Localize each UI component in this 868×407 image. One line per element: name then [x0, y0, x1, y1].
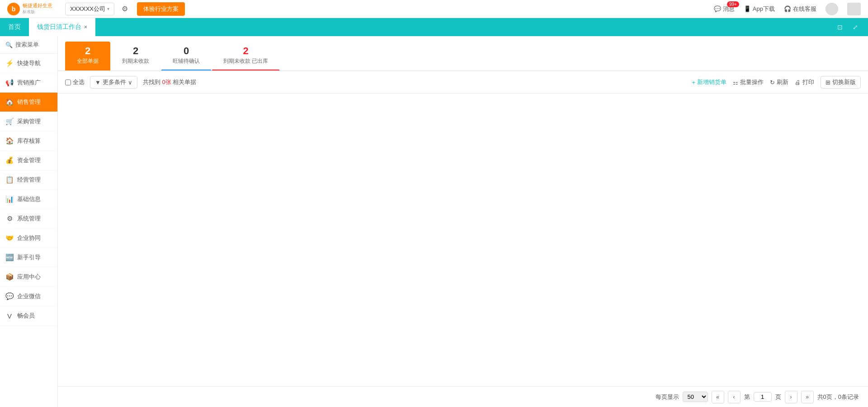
app-center-label: 应用中心 [17, 273, 41, 281]
sidebar-item-enterprise[interactable]: 🤝 企业协同 [0, 229, 57, 248]
online-service-label: 在线客服 [793, 5, 816, 13]
first-page-button[interactable]: « [712, 391, 724, 403]
enterprise-label: 企业协同 [17, 234, 41, 242]
service-icon: 🎧 [784, 5, 791, 12]
stats-tabs: 2 全部单据 2 到期未收款 0 旺辅待确认 2 到期未收款 已出库 [58, 36, 868, 71]
content-area: 2 全部单据 2 到期未收款 0 旺辅待确认 2 到期未收款 已出库 全选 [58, 36, 868, 407]
finance-label: 资金管理 [17, 156, 41, 164]
stat-num-wangdian: 0 [184, 46, 189, 56]
company-selector[interactable]: XXXXXX公司 ▾ [65, 3, 114, 15]
new-guide-label: 新手引导 [17, 253, 41, 262]
member-icon: V [5, 312, 14, 320]
page-label2: 页 [775, 393, 781, 401]
inventory-icon: 🏠 [5, 137, 14, 145]
stat-tab-overdue[interactable]: 2 到期未收款 [110, 42, 161, 70]
sidebar-item-base-info[interactable]: 📊 基础信息 [0, 190, 57, 209]
print-button[interactable]: 🖨 打印 [795, 78, 814, 86]
search-label: 搜索菜单 [15, 41, 39, 49]
filter-chevron-icon: ∨ [128, 79, 132, 86]
purchase-icon: 🛒 [5, 117, 14, 126]
user-name-area[interactable] [847, 3, 861, 15]
sidebar-item-system[interactable]: ⚙ 系统管理 [0, 209, 57, 229]
sidebar-item-app-center[interactable]: 📦 应用中心 [0, 267, 57, 287]
sidebar-item-new-guide[interactable]: 🆕 新手引导 [0, 248, 57, 267]
page-label: 第 [744, 393, 750, 401]
stat-label-shipped: 到期未收款 已出库 [223, 57, 268, 65]
sidebar-item-operations[interactable]: 📋 经营管理 [0, 170, 57, 190]
settings-button[interactable]: ⚙ [118, 2, 132, 16]
app-download-button[interactable]: 📱 App下载 [744, 5, 775, 13]
sidebar-item-inventory[interactable]: 🏠 库存核算 [0, 131, 57, 151]
system-icon: ⚙ [5, 215, 14, 223]
page-size-select[interactable]: 50 10 20 100 [683, 392, 708, 402]
tab-qinghe[interactable]: 钱货日清工作台 × [29, 18, 95, 36]
purchase-label: 采购管理 [17, 117, 41, 126]
operations-label: 经营管理 [17, 176, 41, 184]
sidebar-item-member[interactable]: V 畅会员 [0, 306, 57, 326]
stat-num-all: 2 [85, 46, 90, 56]
sidebar-item-quick-nav[interactable]: ⚡ 快捷导航 [0, 54, 57, 73]
sidebar-item-sales[interactable]: 🏠 销售管理 [0, 93, 57, 112]
filter-button[interactable]: ▼ 更多条件 ∨ [90, 76, 137, 89]
refresh-label: 刷新 [777, 78, 788, 86]
close-tab-icon[interactable]: × [84, 24, 87, 30]
minimize-button[interactable]: ⊡ [835, 22, 845, 33]
next-page-button[interactable]: › [785, 391, 797, 403]
stat-tab-all[interactable]: 2 全部单据 [65, 42, 110, 70]
print-label: 打印 [802, 78, 814, 86]
main-layout: 🔍 搜索菜单 ⚡ 快捷导航 📢 营销推广 🏠 销售管理 🛒 采购管理 🏠 库存核… [0, 36, 868, 407]
nav-tabs: 首页 钱货日清工作台 × ⊡ ⤢ [0, 18, 868, 36]
app-download-label: App下载 [753, 5, 775, 13]
page-size-label: 每页显示 [656, 393, 679, 401]
sidebar-item-finance[interactable]: 💰 资金管理 [0, 151, 57, 170]
toolbar-right: + 新增销货单 ⚏ 批量操作 ↻ 刷新 🖨 打印 ⊞ 切换新版 [692, 76, 861, 89]
add-sales-order-button[interactable]: + 新增销货单 [692, 78, 726, 86]
page-input[interactable] [754, 392, 772, 402]
chevron-down-icon: ▾ [107, 6, 109, 11]
system-label: 系统管理 [17, 215, 41, 223]
message-icon: 💬 [714, 5, 721, 12]
trial-button[interactable]: 体验行业方案 [137, 2, 185, 16]
prev-page-button[interactable]: ‹ [728, 391, 741, 403]
sidebar-search[interactable]: 🔍 搜索菜单 [0, 36, 57, 54]
switch-version-button[interactable]: ⊞ 切换新版 [821, 76, 861, 89]
count-text: 共找到 0张 相关单据 [143, 78, 196, 86]
quick-nav-icon: ⚡ [5, 59, 14, 67]
new-guide-icon: 🆕 [5, 253, 14, 262]
inventory-label: 库存核算 [17, 137, 41, 145]
logo-area: b 畅捷通好生意 标准版 [7, 3, 65, 15]
sidebar-item-marketing[interactable]: 📢 营销推广 [0, 73, 57, 93]
company-name: XXXXXX公司 [70, 5, 105, 13]
message-button[interactable]: 💬 消息 99+ [714, 5, 735, 13]
switch-label: 切换新版 [832, 78, 856, 86]
add-icon: + [692, 79, 695, 86]
sidebar-item-purchase[interactable]: 🛒 采购管理 [0, 112, 57, 131]
wechat-label: 企业微信 [17, 292, 41, 300]
wechat-icon: 💬 [5, 292, 14, 300]
stat-label-overdue: 到期未收款 [122, 57, 149, 65]
maximize-button[interactable]: ⤢ [850, 22, 861, 33]
batch-operation-button[interactable]: ⚏ 批量操作 [733, 78, 764, 86]
tab-home[interactable]: 首页 [0, 18, 29, 36]
logo-icon: b [7, 3, 20, 15]
refresh-icon: ↻ [770, 79, 775, 86]
gear-icon: ⚙ [122, 5, 128, 13]
online-service-button[interactable]: 🎧 在线客服 [784, 5, 816, 13]
last-page-button[interactable]: » [801, 391, 814, 403]
count-num: 0张 [162, 79, 171, 85]
nav-tab-actions: ⊡ ⤢ [827, 22, 868, 33]
stat-tab-wangdian[interactable]: 0 旺辅待确认 [161, 42, 212, 70]
active-tab-label: 钱货日清工作台 [37, 23, 81, 31]
marketing-icon: 📢 [5, 79, 14, 87]
select-all-input[interactable] [65, 80, 71, 85]
stat-label-all: 全部单据 [77, 57, 99, 65]
refresh-button[interactable]: ↻ 刷新 [770, 78, 788, 86]
sidebar-item-wechat[interactable]: 💬 企业微信 [0, 287, 57, 306]
stat-tab-shipped[interactable]: 2 到期未收款 已出库 [212, 42, 280, 70]
quick-nav-label: 快捷导航 [17, 59, 41, 67]
logo-badge: 标准版 [23, 9, 52, 15]
select-all-checkbox[interactable]: 全选 [65, 78, 85, 86]
app-center-icon: 📦 [5, 273, 14, 281]
base-info-icon: 📊 [5, 195, 14, 203]
avatar[interactable] [826, 3, 838, 15]
